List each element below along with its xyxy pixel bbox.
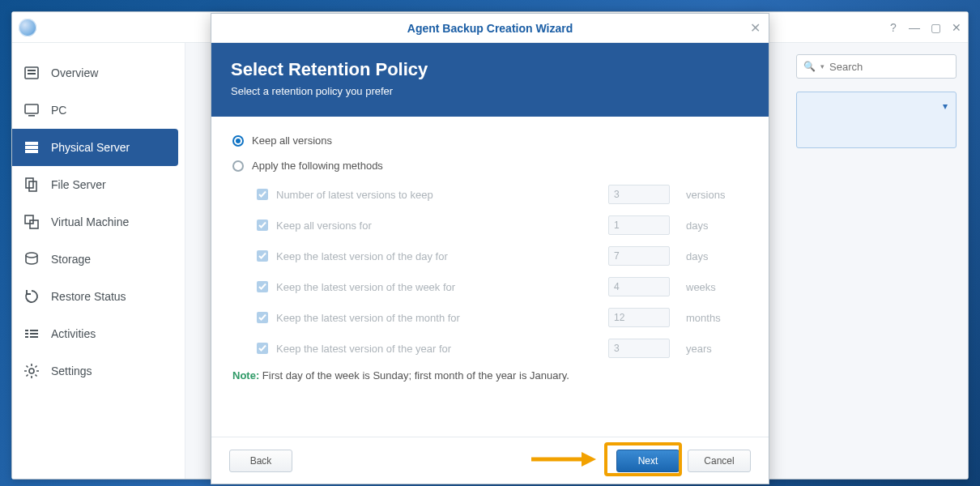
radio-keep-all[interactable]: Keep all versions [232,134,748,147]
search-input[interactable] [829,61,949,73]
sidebar-item-label: Activities [51,327,96,340]
method-label: Keep the latest version of the week for [276,281,600,293]
dialog-header: Select Retention Policy Select a retenti… [211,43,769,117]
sidebar-item-overview[interactable]: Overview [12,54,185,92]
note-body: First day of the week is Sunday; first m… [262,369,569,382]
checkbox-icon[interactable] [257,281,268,292]
unit-label: days [686,220,708,232]
maximize-icon[interactable]: ▢ [929,21,942,34]
radio-icon [232,135,244,147]
checkbox-icon[interactable] [257,189,268,200]
cancel-button[interactable]: Cancel [688,450,751,472]
sidebar-item-label: Restore Status [51,290,126,303]
search-dropdown-icon[interactable]: ▾ [820,62,824,70]
method-label: Keep the latest version of the month for [276,312,600,324]
note-label: Note: [232,369,259,382]
chevron-down-icon: ▾ [943,100,948,139]
dialog-footer: Back Next Cancel [211,437,769,484]
sidebar-item-label: PC [51,104,66,117]
checkbox-icon[interactable] [257,343,268,354]
radio-apply-methods[interactable]: Apply the following methods [232,160,748,172]
sidebar-item-label: Physical Server [51,141,130,154]
restore-icon [23,288,40,305]
radio-label: Apply the following methods [252,160,383,172]
storage-icon [23,251,40,267]
value-input [608,185,670,204]
file-server-icon [23,177,40,193]
close-icon[interactable]: ✕ [950,21,963,34]
sidebar-item-physical-server[interactable]: Physical Server [12,129,178,166]
svg-rect-2 [28,73,36,75]
dialog-titlebar[interactable]: Agent Backup Creation Wizard ✕ [211,14,769,43]
row-latest-month: Keep the latest version of the month for… [257,308,748,327]
side-panel-toggle[interactable]: ▾ [796,92,957,148]
method-label: Keep the latest version of the year for [276,343,600,355]
svg-rect-13 [25,330,28,331]
sidebar-item-pc[interactable]: PC [12,92,185,129]
wizard-subheading: Select a retention policy you prefer [231,85,749,97]
checkbox-icon[interactable] [257,250,268,262]
note-text: Note: First day of the week is Sunday; f… [232,369,748,382]
row-latest-year: Keep the latest version of the year for … [257,339,748,358]
svg-rect-6 [25,146,38,149]
search-box[interactable]: 🔍 ▾ [796,54,957,79]
value-input [608,215,670,235]
row-latest-versions: Number of latest versions to keep versio… [257,185,748,204]
svg-rect-17 [30,333,38,335]
method-label: Number of latest versions to keep [276,189,600,201]
activities-icon [23,326,40,342]
checkbox-icon[interactable] [257,312,268,323]
sidebar-item-label: File Server [51,178,106,191]
row-latest-week: Keep the latest version of the week for … [257,277,748,296]
help-icon[interactable]: ? [887,21,900,34]
checkbox-icon[interactable] [257,220,268,231]
value-input [608,277,670,296]
sidebar-item-label: Settings [51,364,92,377]
wizard-heading: Select Retention Policy [231,59,749,80]
unit-label: years [686,343,712,355]
sidebar-item-file-server[interactable]: File Server [12,166,185,203]
dialog-close-icon[interactable]: ✕ [750,20,761,36]
sidebar-item-label: Overview [51,66,98,79]
dialog-body: Keep all versions Apply the following me… [211,117,769,390]
unit-label: versions [686,189,725,201]
value-input [608,339,670,358]
sidebar: Overview PC Physical Server File Server … [12,43,185,479]
sidebar-item-restore-status[interactable]: Restore Status [12,278,185,315]
svg-rect-14 [25,333,28,335]
svg-rect-11 [30,220,38,228]
sidebar-item-label: Storage [51,253,91,266]
value-input [608,308,670,327]
svg-rect-10 [25,215,33,224]
method-label: Keep the latest version of the day for [276,250,600,262]
window-controls: ? — ▢ ✕ [887,21,963,34]
back-button[interactable]: Back [229,450,292,472]
overview-icon [23,65,40,81]
svg-rect-1 [28,70,36,71]
unit-label: weeks [686,281,716,293]
radio-label: Keep all versions [252,134,332,147]
method-label: Keep all versions for [276,220,600,232]
sidebar-item-activities[interactable]: Activities [12,315,185,352]
minimize-icon[interactable]: — [908,21,921,34]
svg-rect-16 [30,330,38,331]
svg-rect-3 [25,104,38,113]
sidebar-item-storage[interactable]: Storage [12,241,185,278]
radio-icon [232,160,244,172]
search-icon: 🔍 [803,61,816,72]
sidebar-item-virtual-machine[interactable]: Virtual Machine [12,203,185,241]
sidebar-item-settings[interactable]: Settings [12,352,185,390]
next-button[interactable]: Next [616,450,680,472]
gear-icon [23,363,40,379]
dialog-title: Agent Backup Creation Wizard [407,22,573,35]
svg-point-12 [26,253,37,258]
row-keep-all-days: Keep all versions for days [257,215,748,235]
unit-label: days [686,250,708,262]
unit-label: months [686,312,721,324]
value-input [608,246,670,266]
server-icon [23,139,40,156]
row-latest-day: Keep the latest version of the day for d… [257,246,748,266]
app-icon [19,19,36,36]
svg-point-19 [29,369,34,373]
svg-rect-4 [28,115,35,117]
